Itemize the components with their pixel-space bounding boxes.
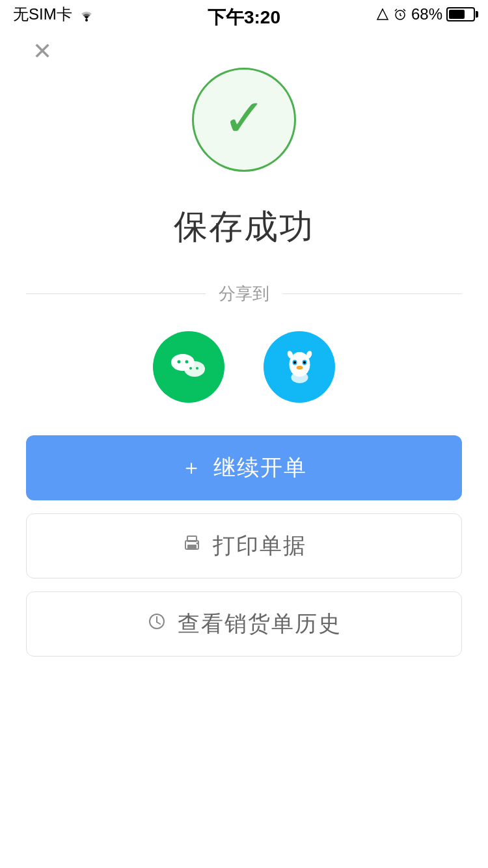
status-carrier: 无SIM卡 xyxy=(13,4,96,25)
svg-point-8 xyxy=(178,360,181,364)
status-bar: 无SIM卡 下午3:20 68% xyxy=(0,0,488,29)
qq-share-button[interactable] xyxy=(264,331,335,403)
svg-point-18 xyxy=(291,372,308,383)
svg-point-15 xyxy=(293,361,296,364)
print-label: 打印单据 xyxy=(213,531,306,561)
svg-line-4 xyxy=(395,9,397,11)
share-icons-row xyxy=(0,331,488,403)
svg-point-11 xyxy=(196,367,198,370)
svg-point-0 xyxy=(85,19,88,21)
success-icon-circle: ✓ xyxy=(192,68,296,172)
svg-line-5 xyxy=(403,9,405,11)
plus-icon: ＋ xyxy=(181,454,203,482)
print-button[interactable]: 打印单据 xyxy=(26,513,462,578)
status-right: 68% xyxy=(376,5,475,23)
history-button[interactable]: 查看销货单历史 xyxy=(26,591,462,657)
battery-percent: 68% xyxy=(411,5,442,23)
divider-left xyxy=(26,293,206,294)
carrier-text: 无SIM卡 xyxy=(13,4,72,25)
main-content: ✓ 保存成功 分享到 xyxy=(0,29,488,657)
clock-icon xyxy=(146,611,167,637)
continue-label: 继续开单 xyxy=(213,453,307,483)
wechat-share-button[interactable] xyxy=(153,331,224,403)
location-icon xyxy=(376,8,389,21)
wechat-icon xyxy=(166,344,211,390)
battery-icon xyxy=(446,7,475,21)
svg-rect-22 xyxy=(187,545,197,549)
svg-line-27 xyxy=(157,622,160,624)
svg-point-17 xyxy=(296,366,303,370)
svg-point-16 xyxy=(303,361,306,364)
share-section: 分享到 xyxy=(0,282,488,403)
close-button[interactable]: ✕ xyxy=(26,35,59,68)
printer-icon xyxy=(182,533,202,559)
success-title: 保存成功 xyxy=(174,204,314,250)
divider-right xyxy=(282,293,462,294)
share-divider-row: 分享到 xyxy=(0,282,488,305)
checkmark-icon: ✓ xyxy=(223,92,266,144)
share-label: 分享到 xyxy=(206,282,282,305)
svg-point-9 xyxy=(185,360,189,364)
svg-point-24 xyxy=(197,543,198,545)
qq-icon xyxy=(278,346,321,388)
alarm-icon xyxy=(393,7,407,21)
svg-point-7 xyxy=(184,361,205,377)
status-time: 下午3:20 xyxy=(208,5,280,30)
continue-button[interactable]: ＋ 继续开单 xyxy=(26,435,462,500)
action-buttons: ＋ 继续开单 打印单据 xyxy=(0,435,488,657)
close-icon: ✕ xyxy=(33,40,52,63)
wifi-icon xyxy=(77,7,96,21)
history-label: 查看销货单历史 xyxy=(178,609,342,639)
svg-point-10 xyxy=(189,367,192,370)
